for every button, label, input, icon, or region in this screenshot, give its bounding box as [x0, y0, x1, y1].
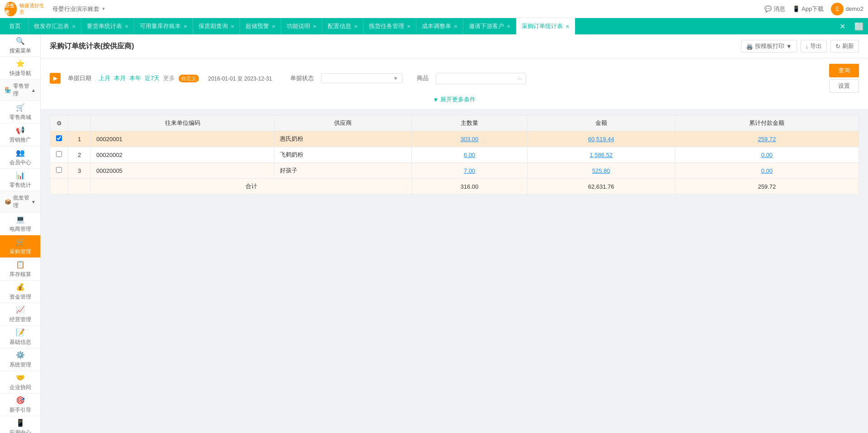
- tab-chengben-close[interactable]: ✕: [454, 24, 458, 29]
- sidebar-item-newguide[interactable]: 🎯 新手引导: [0, 394, 40, 416]
- expand-more-btn[interactable]: ▼ 展开更多条件: [433, 95, 476, 104]
- tab-peizhi-close[interactable]: ✕: [354, 24, 358, 29]
- tab-baozhi-close[interactable]: ✕: [231, 24, 234, 29]
- tab-chengben[interactable]: 成本调整单 ✕: [416, 18, 463, 34]
- row-paid[interactable]: 0.00: [675, 163, 859, 179]
- refresh-button[interactable]: ↻ 刷新: [830, 40, 859, 52]
- filter-separator-1: 2016-01-01 至 2023-12-31: [208, 74, 272, 83]
- sidebar-item-wholesale[interactable]: 📦 批发管理 ▼: [0, 191, 40, 213]
- row-amount[interactable]: 60,519.44: [527, 131, 675, 147]
- goods-input[interactable]: [440, 75, 517, 82]
- tab-yaoqing[interactable]: 邀请下游客户 ✕: [463, 18, 516, 34]
- user-area[interactable]: E demo2: [831, 3, 863, 15]
- row-paid[interactable]: 0.00: [675, 147, 859, 163]
- sidebar-item-inventory[interactable]: 📋 库存核算: [0, 258, 40, 281]
- goods-input-wrap: ···: [436, 73, 526, 84]
- sidebar-basicinfo-label: 基础信息: [9, 338, 31, 346]
- sidebar-item-finance[interactable]: 💰 资金管理: [0, 281, 40, 303]
- row-seq: 3: [68, 163, 91, 179]
- sidebar-item-retail-shop[interactable]: 🛒 零售商城: [0, 101, 40, 124]
- workspace-selector[interactable]: 母婴行业演示账套 ▼: [52, 5, 757, 13]
- date-last-month[interactable]: 上月: [99, 74, 110, 82]
- goods-search-dots[interactable]: ···: [517, 75, 522, 82]
- sidebar-item-marketing[interactable]: 📢 营销推广: [0, 124, 40, 146]
- logo-area: 好生意 畅捷通好生意: [5, 2, 45, 16]
- table-row[interactable]: 2 00020002 飞鹤奶粉 6.00 1,586.52 0.00: [50, 147, 859, 163]
- date-more[interactable]: 更多: [163, 74, 175, 82]
- message-label: 消息: [774, 5, 785, 13]
- tab-jianhuo-close[interactable]: ✕: [407, 24, 410, 29]
- nav-maximize-btn[interactable]: ⬜: [852, 22, 866, 31]
- tab-jianhuo[interactable]: 拣货任务管理 ✕: [363, 18, 416, 34]
- date-last-7days[interactable]: 近7天: [145, 74, 160, 82]
- col-seq: [68, 115, 91, 131]
- query-button[interactable]: 查询: [829, 64, 859, 77]
- app-download-btn[interactable]: 📱 App下载: [793, 5, 824, 13]
- row-amount[interactable]: 1,586.52: [527, 147, 675, 163]
- sidebar-item-ecommerce[interactable]: 💻 电商管理: [0, 213, 40, 235]
- retail-icon: 🏪: [5, 87, 11, 93]
- tab-gongneng-close[interactable]: ✕: [313, 24, 316, 29]
- tab-home[interactable]: 首页: [2, 18, 28, 34]
- sidebar-item-search[interactable]: 🔍 搜索菜单: [0, 34, 40, 57]
- message-btn[interactable]: 💬 消息: [764, 5, 785, 13]
- table-row[interactable]: 3 00020005 好孩子 7.00 525.80 0.00: [50, 163, 859, 179]
- tab-chaochuyujing[interactable]: 超储预警 ✕: [240, 18, 281, 34]
- date-custom-badge[interactable]: 自定义: [179, 75, 199, 82]
- sidebar-item-basicinfo[interactable]: 📝 基础信息: [0, 326, 40, 348]
- main-layout: 🔍 搜索菜单 ⭐ 快捷导航 🏪 零售管理 ▲ 🛒 零售商城 📢 营销推广 👥 会…: [0, 34, 868, 433]
- tab-keyong-close[interactable]: ✕: [184, 24, 187, 29]
- sidebar-item-business[interactable]: 📈 经营管理: [0, 303, 40, 326]
- tab-yaohuo-label: 要货单统计表: [87, 22, 122, 30]
- sidebar-item-purchase[interactable]: 🛒 采购管理: [0, 235, 40, 258]
- tab-shoufa-close[interactable]: ✕: [72, 24, 75, 29]
- date-this-month[interactable]: 本月: [114, 74, 126, 82]
- retail-shop-icon: 🛒: [16, 103, 25, 112]
- status-select-arrow: ▼: [393, 76, 398, 81]
- sidebar-item-appcenter[interactable]: 📱 应用中心: [0, 416, 40, 433]
- row-amount[interactable]: 525.80: [527, 163, 675, 179]
- nav-right-btns: ✕ ⬜: [837, 22, 866, 31]
- tab-yaoqing-close[interactable]: ✕: [507, 24, 510, 29]
- sidebar-item-quicknav[interactable]: ⭐ 快捷导航: [0, 57, 40, 80]
- sidebar-item-sysmanage[interactable]: ⚙️ 系统管理: [0, 348, 40, 371]
- tab-baozhi[interactable]: 保质期查询 ✕: [193, 18, 240, 34]
- print-label: 按模板打印: [755, 42, 784, 50]
- membership-icon: 👥: [16, 148, 25, 157]
- nav-close-btn[interactable]: ✕: [837, 22, 848, 31]
- retail-stat-icon: 📊: [16, 171, 25, 180]
- tab-keyong[interactable]: 可用量库存账本 ✕: [134, 18, 193, 34]
- table-row[interactable]: 1 00020001 惠氏奶粉 303.00 60,519.44 259.72: [50, 131, 859, 147]
- export-button[interactable]: ↓ 导出: [801, 40, 827, 52]
- tab-caigou-close[interactable]: ✕: [566, 24, 569, 29]
- row-paid[interactable]: 259.72: [675, 131, 859, 147]
- quicknav-icon: ⭐: [16, 59, 25, 68]
- top-bar: 好生意 畅捷通好生意 母婴行业演示账套 ▼ 💬 消息 📱 App下载 E dem…: [0, 0, 868, 18]
- tab-yaohuo-close[interactable]: ✕: [125, 24, 128, 29]
- tab-shoufa[interactable]: 收发存汇总表 ✕: [28, 18, 81, 34]
- row-qty[interactable]: 7.00: [412, 163, 528, 179]
- tab-gongneng[interactable]: 功能说明 ✕: [281, 18, 322, 34]
- status-select[interactable]: ▼: [321, 73, 402, 83]
- sidebar-item-retail-stat[interactable]: 📊 零售统计: [0, 169, 40, 191]
- tab-peizhi[interactable]: 配置信息 ✕: [322, 18, 363, 34]
- col-settings[interactable]: ⚙: [50, 115, 68, 131]
- row-qty[interactable]: 6.00: [412, 147, 528, 163]
- tab-yaohuo[interactable]: 要货单统计表 ✕: [81, 18, 134, 34]
- sidebar-item-membership[interactable]: 👥 会员中心: [0, 146, 40, 169]
- sidebar-item-retail[interactable]: 🏪 零售管理 ▲: [0, 80, 40, 101]
- tab-chaochuyujing-close[interactable]: ✕: [272, 24, 275, 29]
- settings-button[interactable]: 设置: [829, 79, 859, 93]
- tab-caigou[interactable]: 采购订单统计表 ✕: [516, 18, 575, 34]
- sidebar-item-enterprise[interactable]: 🤝 企业协同: [0, 371, 40, 394]
- row-qty[interactable]: 303.00: [412, 131, 528, 147]
- print-button[interactable]: 🖨️ 按模板打印 ▼: [741, 40, 797, 52]
- row-checkbox[interactable]: [50, 163, 68, 179]
- row-checkbox[interactable]: [50, 147, 68, 163]
- refresh-label: 刷新: [842, 42, 854, 50]
- sidebar-retail-label: 零售管理: [13, 82, 31, 98]
- row-checkbox[interactable]: [50, 131, 68, 147]
- sidebar-business-label: 经营管理: [9, 316, 31, 324]
- filter-toggle-btn[interactable]: ▶: [50, 73, 61, 84]
- date-this-year[interactable]: 本年: [129, 74, 141, 82]
